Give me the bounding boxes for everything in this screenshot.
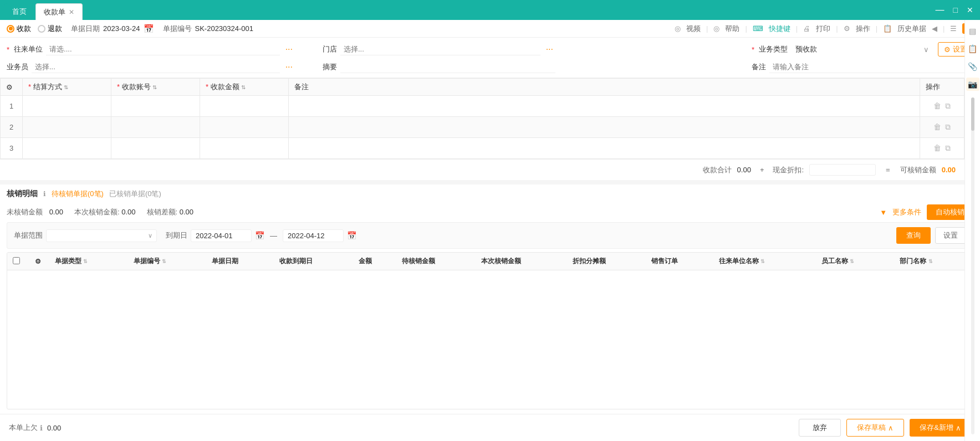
date-to-input[interactable] <box>283 229 344 242</box>
row-delete-icon[interactable]: 🗑 <box>933 143 941 152</box>
date-from-input[interactable] <box>191 229 252 242</box>
due-date-filter: 到期日 📅 — 📅 <box>166 229 356 242</box>
toolbar-video-btn[interactable]: 视频 <box>686 24 701 34</box>
toolbar-print-btn[interactable]: 打印 <box>816 24 830 34</box>
save-new-arrow-icon: ∧ <box>956 424 961 432</box>
section-divider <box>0 180 980 184</box>
calendar-to-icon[interactable]: 📅 <box>347 231 356 240</box>
cell-amount[interactable] <box>200 96 289 117</box>
th-method: * 结算方式 ⇅ <box>23 79 111 96</box>
th-amount: * 收款金额 ⇅ <box>200 79 289 96</box>
toolbar-operation-btn[interactable]: 操作 <box>856 24 870 34</box>
tab-receipt[interactable]: 收款单 ✕ <box>35 3 83 20</box>
th-settings2[interactable]: ⚙ <box>29 253 49 270</box>
current-stat: 本次核销金额: 0.00 <box>74 207 136 217</box>
range-select[interactable] <box>46 229 157 242</box>
toolbar-shortcut-icon: ⌨ <box>753 24 763 33</box>
toolbar-help-btn[interactable]: 帮助 <box>725 24 739 34</box>
business-type-label-text: 业务类型 <box>759 44 788 54</box>
window-close[interactable]: ✕ <box>964 6 976 14</box>
staff-more-btn[interactable]: ··· <box>283 62 295 72</box>
radio-refund[interactable]: 退款 <box>38 24 62 34</box>
table-row: 1 🗑 ⧉ <box>1 96 964 117</box>
business-type-dropdown[interactable]: ∨ <box>923 45 929 54</box>
cell-amount[interactable] <box>200 138 289 159</box>
cell-method[interactable] <box>23 138 111 159</box>
query-btn[interactable]: 查询 <box>896 227 931 244</box>
tab-close-icon[interactable]: ✕ <box>69 8 74 16</box>
th-staff-name: 员工名称 ⇅ <box>816 253 895 270</box>
store-more-btn[interactable]: ··· <box>544 44 555 54</box>
right-panel: ▤ 📋 📎 📷 <box>964 20 980 441</box>
carryover-info-icon[interactable]: ℹ <box>40 424 43 432</box>
th-settings[interactable]: ⚙ <box>1 79 23 96</box>
cell-method[interactable] <box>23 117 111 138</box>
total-value: 0.00 <box>737 166 751 174</box>
row-delete-icon[interactable]: 🗑 <box>933 122 941 131</box>
reconcile-table-wrap: ⚙ 单据类型 ⇅ 单据编号 ⇅ 单据日期 收款到期日 金额 待核销金额 本次核销… <box>7 252 973 409</box>
th-pending-amount: 待核销金额 <box>396 253 476 270</box>
discount-input[interactable] <box>809 164 876 176</box>
receipt-type-group: 收款 退款 <box>7 24 62 34</box>
cell-method[interactable] <box>23 96 111 117</box>
scrollbar-track[interactable] <box>971 98 974 434</box>
toolbar-nav-list[interactable]: ☰ <box>950 24 957 33</box>
more-filter-btn[interactable]: 更多条件 <box>892 207 921 217</box>
reconcile-title: 核销明细 <box>7 189 38 199</box>
cell-remark[interactable] <box>289 117 920 138</box>
cell-account[interactable] <box>111 117 200 138</box>
table-settings-btn[interactable]: 设置 <box>935 227 966 244</box>
toolbar-history-btn[interactable]: 历史单据 <box>897 24 926 34</box>
partner-input[interactable] <box>46 43 280 55</box>
notes-input[interactable] <box>769 61 973 73</box>
right-panel-icon-doc[interactable]: 📋 <box>966 42 979 55</box>
carryover-value: 0.00 <box>47 424 61 432</box>
save-draft-btn[interactable]: 保存草稿 ∧ <box>846 419 904 437</box>
cell-remark[interactable] <box>289 96 920 117</box>
save-new-btn[interactable]: 保存&新增 ∧ <box>910 419 971 437</box>
current-value: 0.00 <box>121 208 135 216</box>
form-area: * 往来单位 ··· 门店 ··· * 业务类型 预收款 ∨ ⚙ <box>0 38 980 78</box>
tab-home-label: 首页 <box>12 7 27 17</box>
filter-icon: ▼ <box>880 208 887 217</box>
cell-account[interactable] <box>111 96 200 117</box>
th-dept-name: 部门名称 ⇅ <box>894 253 973 270</box>
row-copy-icon[interactable]: ⧉ <box>945 122 951 131</box>
toolbar-shortcut-btn[interactable]: 快捷键 <box>769 24 790 34</box>
staff-input[interactable] <box>32 61 280 73</box>
range-select-wrapper: ∨ <box>46 229 157 242</box>
window-maximize[interactable]: □ <box>951 6 960 14</box>
select-all-checkbox[interactable] <box>13 257 20 264</box>
calendar-icon[interactable]: 📅 <box>144 24 154 34</box>
net-label: 可核销金额 <box>900 165 936 175</box>
th-checkbox[interactable] <box>7 253 29 270</box>
summary-input[interactable] <box>340 61 555 73</box>
row-delete-icon[interactable]: 🗑 <box>933 101 941 110</box>
partner-more-btn[interactable]: ··· <box>283 44 295 54</box>
right-panel-icon-table[interactable]: ▤ <box>966 24 979 38</box>
reconcile-stats: 未核销金额 0.00 本次核销金额: 0.00 核销差额: 0.00 ▼ 更多条… <box>7 202 973 222</box>
cell-remark[interactable] <box>289 138 920 159</box>
toolbar-op-icon: ⚙ <box>844 24 850 33</box>
cell-amount[interactable] <box>200 117 289 138</box>
toolbar-divider2: | <box>745 24 747 33</box>
tab-home[interactable]: 首页 <box>4 3 34 20</box>
radio-receipt[interactable]: 收款 <box>7 24 31 34</box>
discard-btn[interactable]: 放弃 <box>799 419 841 437</box>
reconcile-table: ⚙ 单据类型 ⇅ 单据编号 ⇅ 单据日期 收款到期日 金额 待核销金额 本次核销… <box>7 253 973 270</box>
net-value: 0.00 <box>942 166 956 174</box>
toolbar-print-icon: 🖨 <box>803 24 810 33</box>
cell-account[interactable] <box>111 138 200 159</box>
staff-label: 业务员 <box>7 62 28 72</box>
calendar-from-icon[interactable]: 📅 <box>255 231 264 240</box>
right-panel-icon-scan[interactable]: 📷 <box>966 78 979 91</box>
store-input[interactable] <box>340 43 540 55</box>
window-minimize[interactable]: — <box>933 5 947 15</box>
row-copy-icon[interactable]: ⧉ <box>945 143 951 152</box>
toolbar-nav-left[interactable]: ◀ <box>932 24 937 33</box>
row-copy-icon[interactable]: ⧉ <box>945 101 951 110</box>
toolbar-divider6: | <box>943 24 945 33</box>
pending-link[interactable]: 待核销单据(0笔) <box>52 189 104 199</box>
right-panel-icon-attach[interactable]: 📎 <box>966 60 979 73</box>
toolbar-right: ◎ 视频 | ◎ 帮助 | ⌨ 快捷键 | 🖨 打印 | ⚙ 操作 | 📋 历史… <box>675 23 973 34</box>
